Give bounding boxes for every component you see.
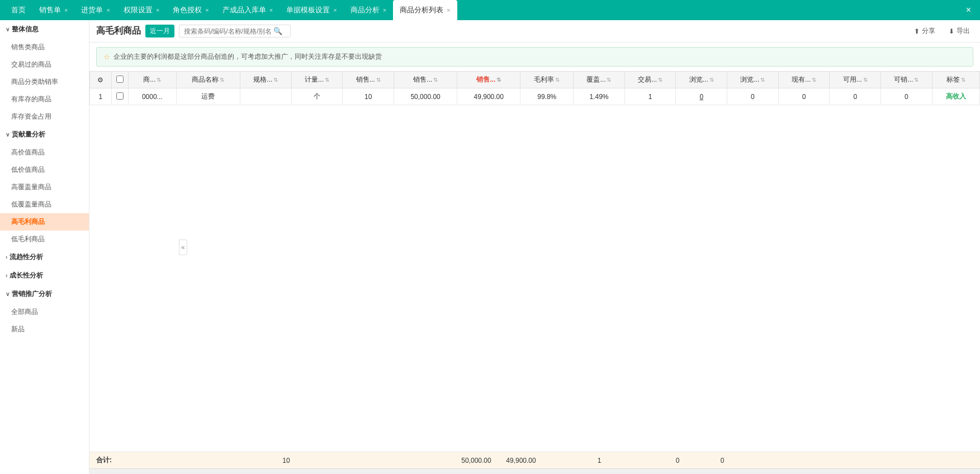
cell-sales-amount: 50,000.00 [394,88,457,105]
sidebar-item-stock-funds[interactable]: 库存资金占用 [0,108,89,125]
cell-coverage: 1.49% [574,88,625,105]
col-sales-amount[interactable]: 销售... ⇅ [394,72,457,88]
window-close-button[interactable]: × [962,5,976,15]
sidebar-section-marketing[interactable]: ∨ 营销推广分析 [0,285,89,303]
nav-roles[interactable]: 角色授权 × [166,0,215,20]
sidebar-collapse-button[interactable]: « [179,240,187,255]
col-gross-margin-sort-icon: ⇅ [555,77,560,83]
table-header-row: ⚙ 商... ⇅ 商品名称 [90,72,980,88]
col-code[interactable]: 商... ⇅ [128,72,176,88]
page-title: 高毛利商品 [96,25,141,37]
share-button[interactable]: ⬆ 分享 [911,25,939,37]
col-settings[interactable]: ⚙ [90,72,112,88]
export-button[interactable]: ⬇ 导出 [945,25,973,37]
nav-roles-close[interactable]: × [205,7,209,13]
cell-saleable-stock: 0 [881,88,932,105]
row-checkbox[interactable] [116,92,124,100]
header-actions: ⬆ 分享 ⬇ 导出 [911,25,973,37]
col-sales-qty[interactable]: 销售... ⇅ [343,72,394,88]
nav-template-settings-close[interactable]: × [333,7,337,13]
content-area: « 高毛利商品 近一月 🔍 ⬆ 分享 ⬇ 导出 ☆ 企 [89,20,980,474]
nav-sales-order[interactable]: 销售单 × [32,0,74,20]
time-filter-button[interactable]: 近一月 [145,25,174,37]
col-spec[interactable]: 规格... ⇅ [240,72,292,88]
footer-available-stock: 0 [700,457,745,464]
content-header: 高毛利商品 近一月 🔍 ⬆ 分享 ⬇ 导出 [89,20,980,43]
col-available-stock[interactable]: 可用... ⇅ [830,72,881,88]
sidebar-item-high-margin[interactable]: 高毛利商品 [0,213,89,231]
nav-purchase-order-close[interactable]: × [106,7,110,13]
sidebar-item-traded-goods[interactable]: 交易过的商品 [0,56,89,73]
table-row: 1 0000... 运费 个 10 50,000.00 49,900.00 99… [90,88,980,105]
footer-current-stock: 0 [655,457,700,464]
cell-num: 1 [90,88,112,105]
top-nav: 首页 销售单 × 进货单 × 权限设置 × 角色授权 × 产成品入库单 × 单据… [0,0,980,20]
share-icon: ⬆ [914,27,920,35]
col-views2[interactable]: 浏览... ⇅ [727,72,779,88]
search-icon[interactable]: 🔍 [273,27,282,35]
col-sales-cost-sort-icon: ⇅ [496,77,501,83]
sidebar-section-trend[interactable]: › 流趋性分析 [0,248,89,266]
trend-section-arrow: › [6,254,7,260]
cell-name[interactable]: 运费 [176,88,240,105]
col-views2-sort-icon: ⇅ [760,77,765,83]
sidebar-section-overall[interactable]: ∨ 整体信息 [0,20,89,39]
sidebar-item-sales-goods[interactable]: 销售类商品 [0,39,89,56]
nav-product-analysis-list-close[interactable]: × [447,7,450,13]
col-name-sort-icon: ⇅ [220,77,224,83]
sidebar-section-contribution[interactable]: ∨ 贡献量分析 [0,125,89,144]
sidebar-item-low-coverage[interactable]: 低覆盖量商品 [0,196,89,213]
cell-unit: 个 [291,88,343,105]
nav-sales-order-close[interactable]: × [64,7,68,13]
cell-views2: 0 [727,88,779,105]
data-table: ⚙ 商... ⇅ 商品名称 [89,71,980,105]
nav-product-analysis[interactable]: 商品分析 × [344,0,393,20]
sidebar-item-low-margin[interactable]: 低毛利商品 [0,231,89,248]
horizontal-scrollbar[interactable] [89,468,980,474]
overall-section-arrow: ∨ [6,26,10,32]
sidebar-item-low-value[interactable]: 低价值商品 [0,161,89,179]
col-checkbox [111,72,128,88]
col-views1-sort-icon: ⇅ [709,77,714,83]
cell-gross-margin: 99.8% [520,88,574,105]
sidebar-item-high-coverage[interactable]: 高覆盖量商品 [0,179,89,196]
col-sales-cost[interactable]: 销售... ⇅ [457,72,520,88]
info-icon: ☆ [103,53,110,61]
nav-template-settings[interactable]: 单据模板设置 × [280,0,343,20]
col-coverage[interactable]: 覆盖... ⇅ [574,72,625,88]
nav-purchase-order[interactable]: 进货单 × [74,0,116,20]
cell-spec [240,88,292,105]
nav-product-inbound-close[interactable]: × [269,7,273,13]
col-code-sort-icon: ⇅ [157,77,161,83]
nav-home[interactable]: 首页 [4,0,32,20]
col-unit[interactable]: 计量... ⇅ [291,72,343,88]
col-current-stock[interactable]: 现有... ⇅ [778,72,830,88]
search-input[interactable] [184,27,273,35]
marketing-section-arrow: ∨ [6,291,10,297]
growth-section-arrow: › [6,273,7,279]
col-name[interactable]: 商品名称 ⇅ [176,72,240,88]
col-tag[interactable]: 标签 ⇅ [932,72,979,88]
footer-sales-cost: 49,900.00 [499,457,543,464]
sidebar-item-all-goods[interactable]: 全部商品 [0,303,89,321]
select-all-checkbox[interactable] [116,76,124,83]
sidebar-item-new-goods[interactable]: 新品 [0,321,89,338]
sidebar-item-high-value[interactable]: 高价值商品 [0,144,89,161]
nav-permissions-close[interactable]: × [156,7,159,13]
nav-permissions[interactable]: 权限设置 × [117,0,166,20]
sidebar-item-category-sales-rate[interactable]: 商品分类助销率 [0,73,89,91]
col-saleable-stock[interactable]: 可销... ⇅ [881,72,932,88]
cell-code[interactable]: 0000... [128,88,176,105]
col-transactions[interactable]: 交易... ⇅ [624,72,676,88]
sidebar-section-growth[interactable]: › 成长性分析 [0,266,89,285]
cell-views1[interactable]: 0 [676,88,727,105]
footer-sales-qty: 10 [119,457,454,464]
col-current-stock-sort-icon: ⇅ [812,77,816,83]
cell-tag: 高收入 [932,88,979,105]
col-views1[interactable]: 浏览... ⇅ [676,72,727,88]
nav-product-inbound[interactable]: 产成品入库单 × [216,0,280,20]
sidebar-item-in-stock-goods[interactable]: 有库存的商品 [0,91,89,108]
nav-product-analysis-close[interactable]: × [383,7,386,13]
nav-product-analysis-list[interactable]: 商品分析列表 × [393,0,457,20]
col-gross-margin[interactable]: 毛利率 ⇅ [520,72,574,88]
